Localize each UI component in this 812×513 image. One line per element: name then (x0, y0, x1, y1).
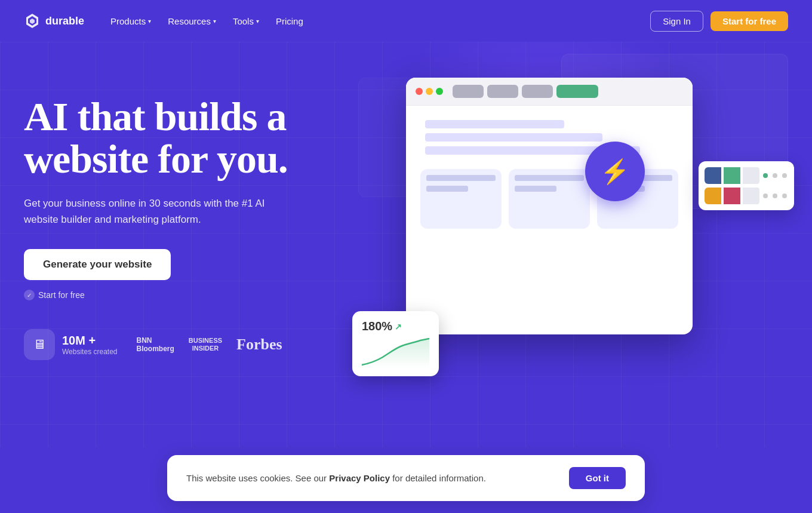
hero-title: AI that builds a website for you. (24, 96, 370, 181)
check-icon: ✓ (24, 290, 35, 300)
nav-right: Sign In Start for free (650, 11, 788, 32)
dot-yellow (426, 88, 433, 95)
chevron-down-icon: ▾ (213, 18, 216, 24)
palette-row-2 (705, 188, 788, 204)
social-proof: 🖥 10M + Websites created BNN Bloomberg B… (24, 329, 370, 360)
logo-icon (24, 13, 41, 29)
chevron-down-icon: ▾ (256, 18, 259, 24)
content-line-1 (425, 120, 564, 128)
metric-text: 10M + Websites created (62, 334, 118, 356)
browser-bottom (406, 169, 693, 229)
stats-number: 180% ↗ (362, 320, 429, 333)
cookie-banner: This website uses cookies. See our Priva… (167, 455, 645, 501)
nav-products[interactable]: Products ▾ (103, 11, 158, 31)
hero-left: AI that builds a website for you. Get yo… (24, 78, 370, 360)
nav-resources[interactable]: Resources ▾ (161, 11, 223, 31)
pill-3 (522, 85, 553, 98)
cookie-text: This website uses cookies. See our Priva… (186, 473, 557, 483)
forbes-logo: Forbes (236, 336, 282, 354)
generate-website-button[interactable]: Generate your website (24, 249, 171, 280)
media-logos: BNN Bloomberg BUSINESS INSIDER Forbes (137, 336, 282, 354)
pill-2 (487, 85, 518, 98)
dot-green (436, 88, 443, 95)
logo[interactable]: durable (24, 13, 84, 29)
nav-links: Products ▾ Resources ▾ Tools ▾ Pricing (103, 11, 310, 31)
hero-right: ⚡ (370, 78, 788, 412)
business-insider-logo: BUSINESS INSIDER (189, 337, 222, 352)
lightning-icon: ⚡ (585, 142, 645, 201)
palette-card (699, 161, 794, 210)
nav-left: durable Products ▾ Resources ▾ Tools ▾ P… (24, 11, 310, 31)
brand-name: durable (45, 15, 84, 27)
navbar: durable Products ▾ Resources ▾ Tools ▾ P… (0, 0, 812, 42)
card-1 (420, 169, 502, 229)
pill-1 (453, 85, 484, 98)
hero-subtitle: Get your business online in 30 seconds w… (24, 195, 287, 228)
content-line-2 (425, 133, 602, 142)
nav-tools[interactable]: Tools ▾ (226, 11, 266, 31)
chart-svg (362, 338, 429, 368)
dot-red (416, 88, 423, 95)
chevron-down-icon: ▾ (148, 18, 151, 24)
trend-up-icon: ↗ (395, 322, 402, 331)
hero-section: AI that builds a website for you. Get yo… (0, 42, 812, 448)
start-free-nav-button[interactable]: Start for free (710, 11, 788, 31)
bloomberg-logo: BNN Bloomberg (137, 336, 174, 354)
browser-window: ⚡ (406, 78, 693, 334)
pill-green (556, 85, 598, 98)
privacy-policy-link[interactable]: Privacy Policy (329, 473, 390, 483)
signin-button[interactable]: Sign In (650, 11, 703, 32)
got-it-button[interactable]: Got it (569, 467, 626, 489)
browser-toolbar (406, 78, 693, 106)
metric-block: 🖥 10M + Websites created (24, 329, 118, 360)
nav-pricing[interactable]: Pricing (269, 11, 310, 31)
browser-content: ⚡ (406, 106, 693, 169)
browser-pills (453, 85, 598, 98)
palette-row-1 (705, 167, 788, 184)
browser-dots (416, 88, 443, 95)
stats-chart (362, 338, 429, 368)
start-free-label: ✓ Start for free (24, 290, 370, 300)
monitor-icon: 🖥 (24, 329, 55, 360)
content-lines (420, 120, 678, 155)
card-2 (509, 169, 590, 229)
